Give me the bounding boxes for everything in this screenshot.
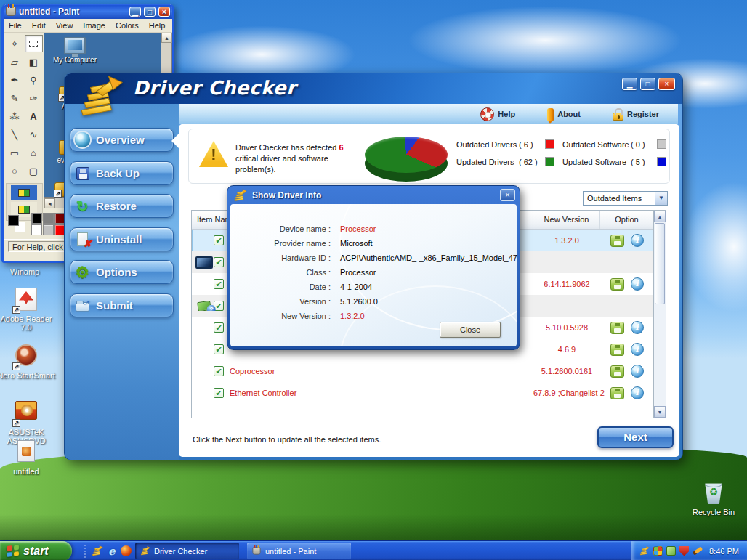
scroll-down-icon[interactable]: ▼ — [654, 406, 666, 418]
close-button[interactable]: Close — [440, 322, 501, 338]
tool-select-icon[interactable] — [25, 35, 43, 52]
menu-file[interactable]: File — [4, 20, 27, 31]
header-option[interactable]: Option — [600, 211, 653, 229]
dialog-titlebar[interactable]: Show Driver Info — [227, 186, 520, 204]
tool-eraser-icon[interactable]: ▱ — [6, 53, 24, 70]
foreground-background-colors[interactable] — [7, 214, 27, 234]
color-swatch[interactable] — [43, 224, 54, 235]
start-button[interactable]: start — [0, 541, 72, 560]
menu-help[interactable]: Help — [144, 20, 171, 31]
tool-text-icon[interactable]: A — [25, 107, 43, 125]
tool-airbrush-icon[interactable]: ⁂ — [6, 107, 24, 125]
scroll-left-icon[interactable]: ◄ — [44, 198, 55, 208]
minimize-button[interactable]: ▁ — [622, 78, 637, 90]
table-scrollbar[interactable]: ▲ ▼ — [653, 211, 666, 418]
help-button[interactable]: Help — [480, 107, 515, 121]
about-button[interactable]: About — [547, 108, 581, 121]
driver-checker-titlebar[interactable]: Driver Checker ▁ □ × — [65, 73, 682, 104]
sidebar-item-uninstall[interactable]: Uninstall — [70, 227, 174, 251]
minimize-button[interactable]: ▁ — [129, 7, 141, 17]
browser-ball-icon[interactable] — [121, 545, 132, 556]
save-driver-icon[interactable] — [610, 322, 624, 334]
shortcut-arrow-icon: ↗ — [12, 419, 20, 427]
row-checkbox[interactable] — [214, 235, 224, 245]
field-label: Hardware ID : — [230, 253, 331, 262]
register-button[interactable]: Register — [613, 108, 659, 121]
driver-info-icon[interactable] — [631, 234, 644, 247]
desktop-icon-adobe-reader[interactable]: ↗ Adobe Reader 7.0 — [0, 288, 55, 332]
row-checkbox[interactable] — [214, 388, 224, 398]
tool-rectangle-icon[interactable]: ▭ — [6, 144, 24, 161]
row-checkbox[interactable] — [214, 322, 224, 333]
next-button[interactable]: Next — [597, 426, 674, 448]
taskbar-clock[interactable]: 8:46 PM — [709, 547, 739, 556]
desktop-icon-nero[interactable]: ↗ Nero StartSmart — [0, 344, 55, 380]
tool-line-icon[interactable]: ╲ — [6, 126, 24, 143]
sidebar-item-options[interactable]: ⚙ Options — [70, 260, 174, 284]
save-driver-icon[interactable] — [610, 235, 624, 247]
desktop-icon-untitled-file[interactable]: untitled — [0, 439, 55, 476]
security-shield-icon[interactable] — [679, 546, 689, 556]
scroll-up-icon[interactable]: ▲ — [654, 211, 666, 222]
tool-magnifier-icon[interactable]: ⚲ — [25, 71, 43, 89]
desktop-icon-winamp[interactable]: Winamp — [0, 267, 54, 276]
sidebar-item-submit[interactable]: Submit — [70, 293, 174, 317]
tool-fill-icon[interactable]: ◧ — [25, 53, 43, 70]
color-swatch[interactable] — [31, 224, 42, 235]
tool-rounded-rect-icon[interactable]: ▢ — [25, 162, 43, 179]
sidebar-item-backup[interactable]: Back Up — [70, 161, 174, 185]
tool-pencil-icon[interactable]: ✎ — [6, 89, 24, 107]
tool-eyedropper-icon[interactable]: ✒ — [6, 71, 24, 89]
row-checkbox[interactable] — [214, 279, 224, 289]
header-new-version[interactable]: New Version — [533, 211, 600, 229]
shortcut-arrow-icon: ↗ — [12, 362, 20, 370]
menu-colors[interactable]: Colors — [110, 20, 144, 31]
close-button[interactable]: × — [158, 7, 170, 17]
desktop-icon-recycle-bin[interactable]: Recycle Bin — [685, 481, 743, 516]
row-checkbox[interactable] — [214, 366, 224, 376]
color-swatch[interactable] — [31, 213, 42, 224]
tool-polygon-icon[interactable]: ⌂ — [25, 144, 43, 161]
graphics-tray-icon[interactable] — [653, 546, 663, 556]
sidebar-item-restore[interactable]: ↻ Restore — [70, 194, 174, 218]
taskbar-task-driver-checker[interactable]: Driver Checker — [135, 543, 239, 559]
menu-edit[interactable]: Edit — [27, 20, 51, 31]
taskbar-task-paint[interactable]: untitled - Paint — [247, 543, 351, 559]
scroll-up-icon[interactable]: ▲ — [161, 33, 172, 43]
row-checkbox[interactable] — [214, 257, 224, 267]
driver-info-icon[interactable] — [631, 343, 644, 356]
save-driver-icon[interactable] — [610, 387, 624, 399]
tool-option-opaque[interactable] — [11, 185, 37, 200]
brush-tray-icon[interactable] — [693, 546, 703, 555]
save-driver-icon[interactable] — [610, 365, 624, 378]
driver-info-icon[interactable] — [631, 321, 644, 334]
green-tray-icon[interactable] — [666, 546, 676, 556]
maximize-button[interactable]: □ — [640, 78, 655, 90]
paint-titlebar[interactable]: untitled - Paint ▁ □ × — [4, 4, 172, 19]
driver-info-icon[interactable] — [631, 386, 644, 399]
driver-info-icon[interactable] — [631, 365, 644, 378]
row-checkbox[interactable] — [214, 344, 224, 354]
sidebar-item-overview[interactable]: Overview — [70, 128, 174, 152]
close-button[interactable]: × — [658, 78, 675, 90]
maximize-button[interactable]: □ — [144, 7, 156, 17]
table-row[interactable]: Coprocessor 5.1.2600.0161 — [192, 360, 653, 382]
close-icon[interactable]: × — [500, 189, 515, 201]
tool-curve-icon[interactable]: ∿ — [25, 126, 43, 143]
chevron-down-icon[interactable]: ▼ — [655, 192, 667, 205]
save-driver-icon[interactable] — [610, 278, 624, 291]
internet-explorer-icon[interactable]: e — [108, 545, 116, 558]
driver-info-icon[interactable] — [631, 277, 644, 291]
tool-brush-icon[interactable]: ✑ — [25, 89, 43, 107]
filter-dropdown[interactable]: Outdated Items ▼ — [583, 191, 668, 206]
color-swatch[interactable] — [43, 213, 54, 224]
scrollbar-thumb[interactable] — [655, 223, 665, 304]
tool-ellipse-icon[interactable]: ○ — [6, 162, 24, 179]
save-driver-icon[interactable] — [610, 344, 624, 356]
menu-image[interactable]: Image — [78, 20, 110, 31]
menu-view[interactable]: View — [51, 20, 78, 31]
driver-checker-tray-icon[interactable] — [639, 546, 650, 556]
tool-free-select-icon[interactable]: ✧ — [6, 35, 24, 52]
table-row[interactable]: Ethernet Controller 67.8.9 ;Changelist 2 — [192, 382, 653, 404]
driver-checker-quicklaunch-icon[interactable] — [91, 545, 103, 556]
